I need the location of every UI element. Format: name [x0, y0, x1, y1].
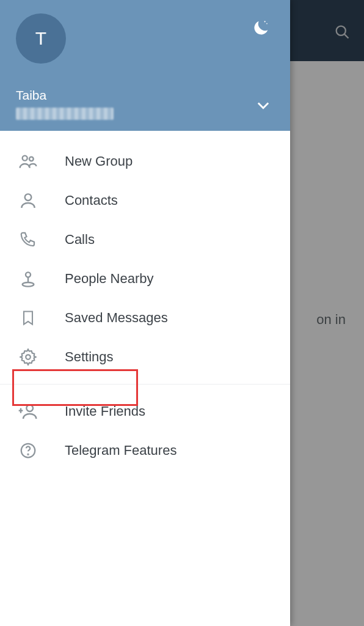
svg-point-2 — [264, 21, 266, 22]
profile-phone-redacted — [16, 108, 114, 120]
invite-icon — [17, 400, 39, 422]
nearby-icon — [17, 268, 39, 290]
svg-point-14 — [27, 454, 28, 455]
svg-point-8 — [23, 282, 34, 287]
svg-point-6 — [25, 194, 32, 201]
menu-item-calls[interactable]: Calls — [0, 220, 290, 259]
phone-icon — [17, 229, 39, 251]
menu-item-invite-friends[interactable]: Invite Friends — [0, 392, 290, 431]
svg-point-4 — [23, 156, 27, 161]
drawer-header: T Taiba — [0, 0, 290, 131]
menu-item-settings[interactable]: Settings — [0, 337, 290, 377]
menu-item-label: Invite Friends — [65, 403, 145, 419]
menu-item-label: Telegram Features — [65, 443, 177, 458]
chevron-down-icon[interactable] — [255, 97, 272, 114]
svg-point-5 — [29, 157, 34, 161]
gear-icon — [17, 346, 39, 368]
menu-item-contacts[interactable]: Contacts — [0, 181, 290, 220]
drawer-menu: New Group Contacts Calls — [0, 131, 290, 626]
menu-divider — [0, 384, 290, 385]
menu-item-label: People Nearby — [65, 271, 154, 287]
svg-point-10 — [26, 405, 33, 411]
menu-item-telegram-features[interactable]: Telegram Features — [0, 431, 290, 470]
night-mode-icon[interactable] — [251, 18, 271, 38]
bookmark-icon — [17, 307, 39, 329]
menu-item-label: New Group — [65, 153, 133, 169]
svg-point-7 — [26, 272, 31, 277]
profile-name: Taiba — [16, 88, 114, 103]
profile-row[interactable]: Taiba — [16, 88, 274, 120]
group-icon — [17, 150, 39, 172]
svg-point-3 — [266, 23, 268, 24]
menu-item-people-nearby[interactable]: People Nearby — [0, 259, 290, 298]
menu-item-new-group[interactable]: New Group — [0, 142, 290, 181]
menu-item-label: Calls — [65, 232, 95, 248]
avatar[interactable]: T — [16, 13, 66, 64]
navigation-drawer: T Taiba — [0, 0, 290, 626]
menu-item-label: Settings — [65, 349, 114, 365]
menu-item-saved-messages[interactable]: Saved Messages — [0, 298, 290, 337]
menu-item-label: Contacts — [65, 193, 118, 208]
person-icon — [17, 190, 39, 212]
svg-point-9 — [26, 355, 31, 359]
help-icon — [17, 440, 39, 462]
menu-item-label: Saved Messages — [65, 310, 168, 326]
avatar-letter: T — [35, 28, 46, 49]
